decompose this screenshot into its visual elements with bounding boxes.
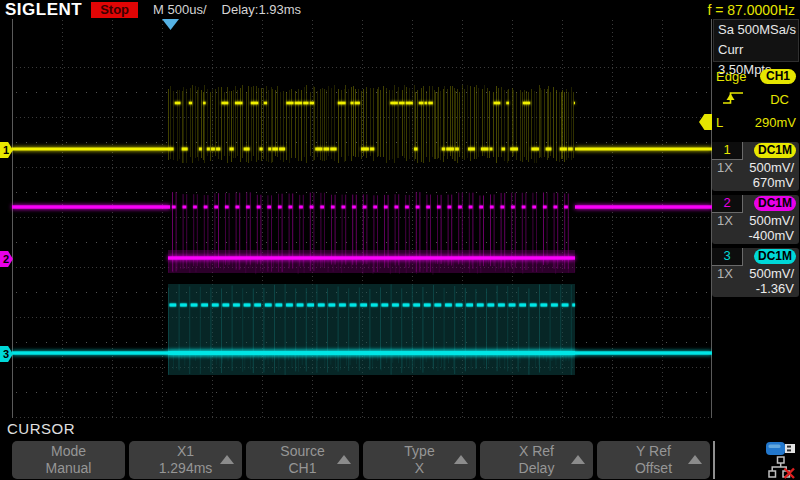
channel2-probe: 1X	[717, 213, 733, 228]
menu-title: CURSOR	[7, 420, 75, 437]
channel1-scale: 500mV/	[749, 160, 794, 175]
channel3-probe: 1X	[717, 266, 733, 281]
up-arrow-icon	[688, 455, 702, 464]
up-arrow-icon	[220, 455, 234, 464]
channel3-offset: -1.36V	[756, 281, 794, 296]
channel3-number: 3	[712, 248, 743, 266]
trigger-level-readout: 290mV	[755, 115, 796, 130]
oscilloscope-screen: SIGLENT Stop M 500us/ Delay:1.93ms f = 8…	[0, 0, 800, 480]
channel1-offset: 670mV	[753, 175, 794, 190]
timebase-readout: M 500us/	[153, 2, 206, 17]
channel3-info-box[interactable]: 3 DC1M 1X 500mV/ -1.36V	[712, 248, 799, 297]
channel2-info-box[interactable]: 2 DC1M 1X 500mV/ -400mV	[712, 195, 799, 244]
menu-button-source[interactable]: Source CH1	[246, 441, 359, 479]
status-icon-panel	[713, 441, 800, 479]
channel1-info-box[interactable]: 1 DC1M 1X 500mV/ 670mV	[712, 142, 799, 191]
sample-rate-readout: Sa 500MSa/s	[718, 20, 798, 40]
menu-button-xref[interactable]: X Ref Delay	[480, 441, 593, 479]
menu-button-yref[interactable]: Y Ref Offset	[597, 441, 710, 479]
channel3-scale: 500mV/	[749, 266, 794, 281]
up-arrow-icon	[337, 455, 351, 464]
channel2-number: 2	[712, 195, 743, 213]
menu-button-mode[interactable]: Mode Manual	[12, 441, 125, 479]
rising-edge-icon	[722, 90, 744, 109]
trigger-coupling-readout: DC	[770, 92, 789, 107]
channel2-coupling-badge: DC1M	[754, 196, 796, 211]
top-status-bar: SIGLENT Stop M 500us/ Delay:1.93ms f = 8…	[0, 0, 800, 19]
acquisition-info-box: Sa 500MSa/s Curr 3.50Mpts	[713, 19, 799, 62]
up-arrow-icon	[454, 455, 468, 464]
menu-button-x1[interactable]: X1 1.294ms	[129, 441, 242, 479]
channel3-coupling-badge: DC1M	[754, 249, 796, 264]
brand-logo: SIGLENT	[5, 0, 82, 20]
channel2-scale: 500mV/	[749, 213, 794, 228]
up-arrow-icon	[571, 455, 585, 464]
delay-readout: Delay:1.93ms	[222, 2, 301, 17]
menu-button-type[interactable]: Type X	[363, 441, 476, 479]
trigger-mode-label: Edge	[716, 69, 746, 84]
frequency-counter: f = 87.0000Hz	[707, 2, 795, 18]
channel1-probe: 1X	[717, 160, 733, 175]
trigger-source-badge[interactable]: CH1	[760, 69, 796, 84]
lan-disconnected-icon	[767, 456, 795, 480]
trigger-level-label: L	[716, 115, 723, 130]
channel1-number: 1	[712, 142, 743, 160]
channel1-coupling-badge: DC1M	[754, 143, 796, 158]
channel2-offset: -400mV	[748, 228, 794, 243]
waveform-display	[0, 18, 712, 418]
acquisition-status-badge: Stop	[91, 2, 138, 18]
trigger-info-box: Edge CH1 DC L 290mV	[713, 65, 799, 134]
